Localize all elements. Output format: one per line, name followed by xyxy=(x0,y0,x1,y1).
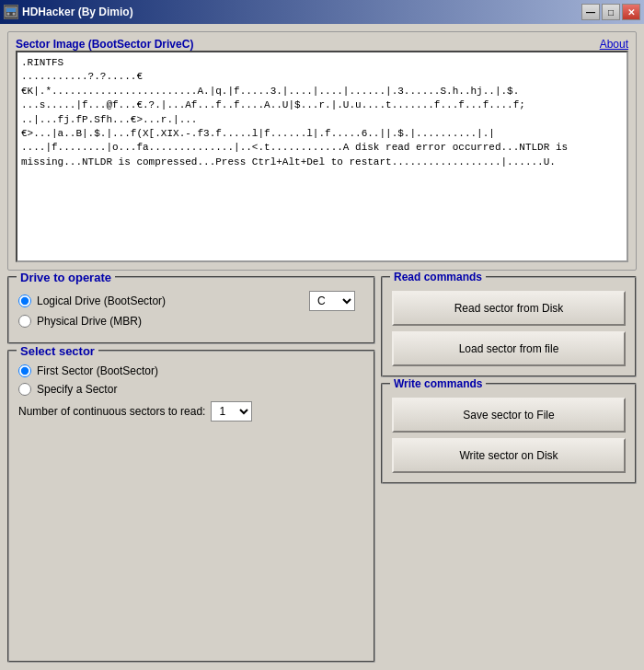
continuous-sectors-select[interactable]: 1 2 4 8 xyxy=(211,401,252,422)
drive-selector[interactable]: C D E xyxy=(309,291,355,311)
physical-drive-radio[interactable] xyxy=(18,315,31,328)
select-sector-title: Select sector xyxy=(17,344,98,358)
sector-content-line5: ....|f........|o...fa..............|..<.… xyxy=(21,141,623,169)
bottom-section: Drive to operate Logical Drive (BootSect… xyxy=(7,276,637,663)
sector-content-line4: ..|...fj.fP.Sfh...€>...r.|...€>...|a..B|… xyxy=(21,113,623,142)
first-sector-label[interactable]: First Sector (BootSector) xyxy=(37,364,158,377)
specify-sector-radio[interactable] xyxy=(18,383,31,396)
svg-point-2 xyxy=(7,13,10,16)
logical-drive-radio[interactable] xyxy=(18,295,31,307)
title-bar: HDHacker (By Dimio) — □ ✕ xyxy=(0,0,644,24)
write-sector-disk-button[interactable]: Write sector on Disk xyxy=(392,438,626,473)
first-sector-radio[interactable] xyxy=(18,364,31,377)
select-sector-group: Select sector First Sector (BootSector) … xyxy=(7,350,375,663)
sector-content-line2: ...........?.?.....€€K|.*...............… xyxy=(21,70,623,98)
left-panels: Drive to operate Logical Drive (BootSect… xyxy=(7,276,375,663)
logical-drive-label[interactable]: Logical Drive (BootSector) xyxy=(37,295,166,307)
physical-drive-label[interactable]: Physical Drive (MBR) xyxy=(37,315,142,328)
close-button[interactable]: ✕ xyxy=(622,4,640,20)
continuous-sectors-label: Number of continuous sectors to read: xyxy=(18,405,205,418)
write-commands-title: Write commands xyxy=(390,377,486,390)
svg-rect-1 xyxy=(6,8,16,12)
sector-content-line3: ...s.....|f...@f...€.?.|...Af...f..f....… xyxy=(21,98,623,112)
window-title: HDHacker (By Dimio) xyxy=(22,6,133,18)
maximize-button[interactable]: □ xyxy=(602,4,620,20)
sector-text-area[interactable]: .RINTFS ...........?.?.....€€K|.*.......… xyxy=(16,51,628,262)
write-commands-group: Write commands Save sector to File Write… xyxy=(381,383,637,484)
save-sector-file-button[interactable]: Save sector to File xyxy=(392,398,626,433)
app-icon xyxy=(4,5,18,19)
sector-image-group: Sector Image (BootSector DriveC) About .… xyxy=(7,31,637,271)
read-sector-disk-button[interactable]: Read sector from Disk xyxy=(392,291,626,326)
sector-content-line1: .RINTFS xyxy=(21,56,623,70)
specify-sector-label[interactable]: Specify a Sector xyxy=(37,383,117,396)
drive-group: Drive to operate Logical Drive (BootSect… xyxy=(7,276,375,344)
read-commands-title: Read commands xyxy=(390,271,486,283)
about-link[interactable]: About xyxy=(600,38,628,51)
minimize-button[interactable]: — xyxy=(581,4,600,20)
window-controls: — □ ✕ xyxy=(581,4,640,20)
main-window: Sector Image (BootSector DriveC) About .… xyxy=(0,24,644,670)
load-sector-file-button[interactable]: Load sector from file xyxy=(392,331,626,366)
read-commands-group: Read commands Read sector from Disk Load… xyxy=(381,276,637,377)
sector-image-title: Sector Image (BootSector DriveC) xyxy=(16,38,193,51)
right-panels: Read commands Read sector from Disk Load… xyxy=(381,276,637,663)
svg-point-3 xyxy=(13,13,16,16)
drive-group-title: Drive to operate xyxy=(17,271,115,284)
